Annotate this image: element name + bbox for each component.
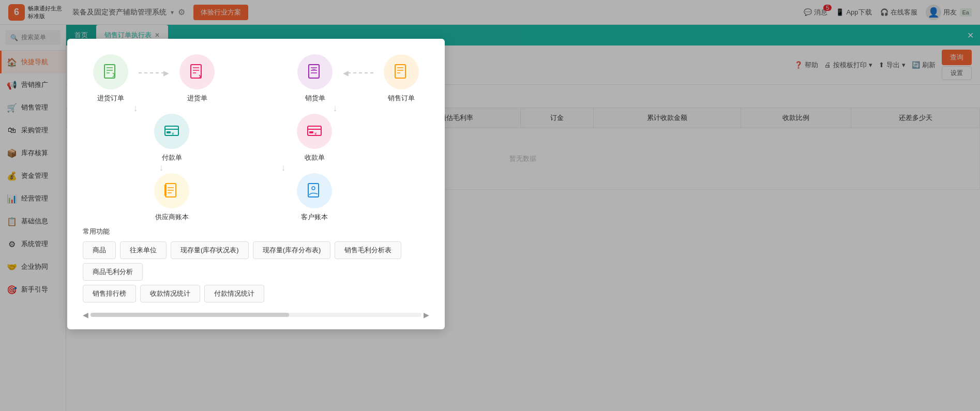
flow-node-customer-ledger[interactable]: 客户账本 xyxy=(297,173,332,222)
func-btn-sales-gross[interactable]: 销售毛利分析表 xyxy=(335,241,401,259)
func-btn-receipt-stat[interactable]: 收款情况统计 xyxy=(140,285,200,302)
svg-rect-26 xyxy=(164,185,167,196)
flow-node-sales-order[interactable]: 销售订单 xyxy=(384,54,419,103)
svg-text:¥: ¥ xyxy=(314,131,317,136)
scroll-right-btn[interactable]: ▶ xyxy=(424,311,429,319)
arrow-purchase-order-to-bill: ▶ xyxy=(139,69,169,77)
scroll-area: ◀ ▶ xyxy=(83,311,429,319)
flow-node-payment-bill[interactable]: ¥ 付款单 xyxy=(154,114,189,162)
svg-rect-19 xyxy=(167,131,171,133)
svg-text:¥: ¥ xyxy=(171,131,174,136)
svg-rect-23 xyxy=(309,131,313,133)
supplier-ledger-label: 供应商账本 xyxy=(155,212,189,222)
sales-order-icon xyxy=(384,54,419,89)
flow-node-sales-bill[interactable]: 销货单 xyxy=(297,54,333,103)
purchase-order-icon xyxy=(93,54,128,89)
scroll-left-btn[interactable]: ◀ xyxy=(83,311,88,319)
func-btn-stock-status[interactable]: 现存量(库存状况表) xyxy=(171,241,249,259)
svg-rect-8 xyxy=(309,65,319,78)
customer-ledger-icon xyxy=(297,173,332,208)
svg-point-31 xyxy=(312,187,315,190)
purchase-bill-icon xyxy=(179,54,215,89)
func-btn-goods[interactable]: 商品 xyxy=(83,241,116,259)
svg-rect-30 xyxy=(308,184,319,197)
flow-node-purchase-order[interactable]: 进货订单 xyxy=(93,54,128,103)
common-functions: 常用功能 商品 往来单位 现存量(库存状况表) 现存量(库存分布表) 销售毛利分… xyxy=(83,227,429,302)
flow-second-arrows: ↓ ↓ xyxy=(83,103,429,114)
func-btn-partner[interactable]: 往来单位 xyxy=(120,241,167,259)
sales-order-label: 销售订单 xyxy=(388,94,415,103)
flow-fifth-row: 供应商账本 客户账本 xyxy=(83,173,429,222)
purchase-order-label: 进货订单 xyxy=(97,94,124,103)
customer-ledger-label: 客户账本 xyxy=(301,212,328,222)
func-btn-goods-gross[interactable]: 商品毛利分析 xyxy=(83,263,143,281)
purchase-bill-label: 进货单 xyxy=(187,94,207,103)
payment-bill-label: 付款单 xyxy=(162,153,182,162)
func-buttons-row1: 商品 往来单位 现存量(库存状况表) 现存量(库存分布表) 销售毛利分析表 商品… xyxy=(83,241,429,281)
scroll-track[interactable] xyxy=(91,313,421,317)
svg-rect-4 xyxy=(191,65,201,78)
flow-diagram: 进货订单 ▶ 进货单 xyxy=(83,54,429,222)
func-btn-payment-stat[interactable]: 付款情况统计 xyxy=(204,285,264,302)
sales-bill-label: 销货单 xyxy=(305,94,325,103)
scroll-thumb xyxy=(91,313,289,317)
receipt-bill-icon: ¥ xyxy=(297,114,332,149)
modal-overlay[interactable]: 进货订单 ▶ 进货单 xyxy=(0,0,980,411)
receipt-bill-label: 收款单 xyxy=(305,153,325,162)
supplier-ledger-icon xyxy=(154,173,189,208)
payment-bill-icon: ¥ xyxy=(154,114,189,149)
svg-rect-13 xyxy=(395,65,405,78)
func-btn-sales-rank[interactable]: 销售排行榜 xyxy=(83,285,136,302)
common-functions-title: 常用功能 xyxy=(83,227,429,236)
func-btn-stock-dist[interactable]: 现存量(库存分布表) xyxy=(253,241,331,259)
func-buttons-row2: 销售排行榜 收款情况统计 付款情况统计 xyxy=(83,285,429,302)
flow-modal: 进货订单 ▶ 进货单 xyxy=(67,39,445,329)
arrow-sales-order-to-bill: ◀ xyxy=(343,69,373,77)
flow-node-purchase-bill[interactable]: 进货单 xyxy=(179,54,215,103)
flow-top-row: 进货订单 ▶ 进货单 xyxy=(83,54,429,103)
flow-third-row: ¥ 付款单 ¥ 收款单 xyxy=(83,114,429,162)
flow-node-supplier-ledger[interactable]: 供应商账本 xyxy=(154,173,189,222)
flow-fourth-arrows: ↓ ↓ xyxy=(83,162,429,173)
flow-node-receipt-bill[interactable]: ¥ 收款单 xyxy=(297,114,332,162)
sales-bill-icon xyxy=(297,54,333,89)
